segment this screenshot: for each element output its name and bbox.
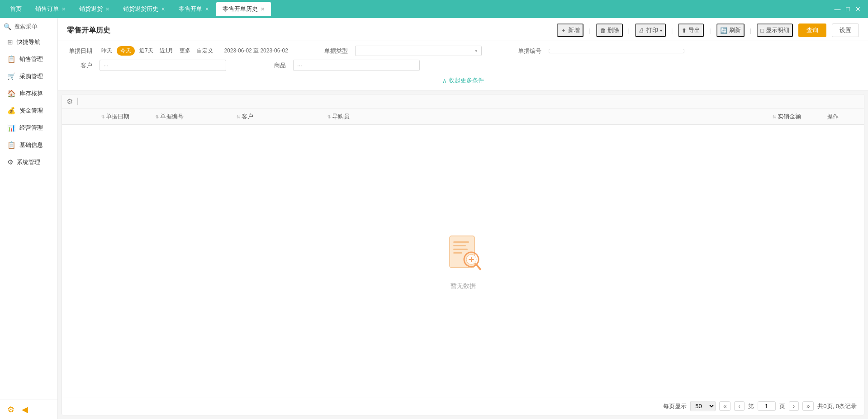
finance-icon: 💰: [7, 107, 16, 115]
first-page-btn[interactable]: «: [719, 401, 730, 411]
svg-rect-3: [453, 249, 468, 250]
purchase-mgmt-icon: 🛒: [7, 72, 16, 80]
refresh-label: 刷新: [729, 26, 741, 34]
sidebar-item-quick-nav[interactable]: ⊞ 快捷导航: [0, 33, 57, 51]
display-detail-button[interactable]: □ 显示明细: [757, 24, 793, 37]
tab-sales-return[interactable]: 销货退货 ✕: [73, 2, 116, 16]
sidebar-search-label: 搜索采单: [14, 23, 38, 31]
filter-row-1: 单据日期 昨天 今天 近7天 近1月 更多 自定义 2023-06-02 至 2…: [67, 46, 859, 56]
empty-state: 暂无数据: [62, 125, 864, 397]
date-opt-today[interactable]: 今天: [117, 46, 135, 56]
tab-retail-history[interactable]: 零售开单历史 ✕: [216, 2, 271, 16]
refresh-button[interactable]: 🔄 刷新: [716, 24, 745, 37]
empty-illustration: [441, 231, 486, 277]
date-options: 昨天 今天 近7天 近1月 更多 自定义: [100, 46, 215, 56]
prev-page-btn[interactable]: ‹: [734, 401, 744, 411]
filter-row-2: 客户 ··· 商品 ···: [67, 60, 859, 71]
th-spacer: [379, 109, 770, 124]
sidebar: 🔍 搜索采单 ⊞ 快捷导航 📋 销售管理 🛒 采购管理 🏠 库存核算 💰 资金管…: [0, 18, 58, 419]
th-action: 操作: [824, 109, 860, 124]
search-icon: 🔍: [4, 23, 11, 30]
sidebar-item-purchase-mgmt[interactable]: 🛒 采购管理: [0, 68, 57, 85]
query-button[interactable]: 查询: [798, 24, 826, 37]
svg-rect-4: [453, 252, 462, 254]
filter-area: 单据日期 昨天 今天 近7天 近1月 更多 自定义 2023-06-02 至 2…: [58, 41, 868, 90]
top-nav-bar: 首页 销售订单 ✕ 销货退货 ✕ 销货退货历史 ✕ 零售开单 ✕ 零售开单历史 …: [0, 0, 868, 18]
th-date[interactable]: ⇅ 单据日期: [98, 109, 152, 124]
sales-mgmt-icon: 📋: [7, 55, 16, 63]
export-label: 导出: [688, 26, 700, 34]
toolbar-checkbox[interactable]: [77, 98, 78, 105]
tab-sales-return-close[interactable]: ✕: [105, 6, 109, 12]
divider1: |: [589, 27, 590, 34]
sidebar-search[interactable]: 🔍 搜索采单: [0, 18, 57, 33]
doctype-dropdown-icon: ▾: [475, 48, 478, 54]
print-dropdown-icon: ▾: [660, 28, 662, 33]
add-button[interactable]: ＋ 新增: [557, 24, 583, 37]
goods-placeholder: ···: [297, 62, 302, 69]
th-customer[interactable]: ⇅ 客户: [234, 109, 324, 124]
date-opt-last7[interactable]: 近7天: [138, 46, 155, 56]
date-opt-more[interactable]: 更多: [178, 46, 192, 56]
sidebar-item-inventory-label: 库存核算: [19, 89, 43, 98]
th-salesperson[interactable]: ⇅ 导购员: [324, 109, 379, 124]
tab-retail-open[interactable]: 零售开单 ✕: [172, 2, 215, 16]
docno-input[interactable]: [549, 49, 684, 53]
doctype-select[interactable]: ▾: [355, 46, 482, 56]
nav-tabs: 首页 销售订单 ✕ 销货退货 ✕ 销货退货历史 ✕ 零售开单 ✕ 零售开单历史 …: [4, 2, 835, 16]
sidebar-item-finance-label: 资金管理: [19, 107, 43, 115]
collapse-btn[interactable]: ∧ 收起更多条件: [67, 75, 859, 88]
page-size-label: 每页显示: [663, 402, 687, 410]
th-no[interactable]: ⇅ 单据编号: [152, 109, 234, 124]
sidebar-item-basic-info-label: 基础信息: [19, 141, 43, 149]
customer-placeholder: ···: [104, 62, 109, 69]
sidebar-item-inventory[interactable]: 🏠 库存核算: [0, 85, 57, 102]
export-button[interactable]: ⬆ 导出: [678, 24, 704, 37]
close-btn[interactable]: ✕: [855, 5, 861, 13]
date-opt-yesterday[interactable]: 昨天: [100, 46, 114, 56]
tab-sales-return-history-close[interactable]: ✕: [161, 6, 165, 12]
sidebar-item-quick-nav-label: 快捷导航: [17, 38, 40, 46]
sidebar-item-operations-label: 经营管理: [19, 124, 43, 132]
date-opt-last1month[interactable]: 近1月: [158, 46, 175, 56]
display-label: 显示明细: [766, 26, 789, 34]
tab-sales-order[interactable]: 销售订单 ✕: [29, 2, 72, 16]
sidebar-item-sales-mgmt[interactable]: 📋 销售管理: [0, 51, 57, 68]
print-button[interactable]: 🖨 打印 ▾: [635, 24, 666, 37]
sys-mgmt-icon: ⚙: [7, 158, 13, 166]
page-size-select[interactable]: 50 20 100: [690, 401, 716, 411]
sidebar-collapse-icon[interactable]: ◀: [22, 405, 28, 414]
divider4: |: [709, 27, 711, 34]
minimize-btn[interactable]: —: [835, 5, 841, 13]
goods-input[interactable]: ···: [293, 60, 420, 71]
setting-button[interactable]: 设置: [832, 24, 859, 37]
sidebar-item-operations[interactable]: 📊 经营管理: [0, 119, 57, 137]
tab-sales-order-close[interactable]: ✕: [62, 6, 66, 12]
svg-line-7: [476, 264, 480, 269]
tab-sales-return-history[interactable]: 销货退货历史 ✕: [117, 2, 171, 16]
sidebar-item-finance[interactable]: 💰 资金管理: [0, 102, 57, 119]
tab-retail-open-close[interactable]: ✕: [205, 6, 209, 12]
divider5: |: [750, 27, 751, 34]
th-date-sort-icon: ⇅: [101, 114, 104, 119]
customer-input[interactable]: ···: [100, 60, 226, 71]
tab-home[interactable]: 首页: [4, 2, 28, 16]
date-opt-custom[interactable]: 自定义: [195, 46, 215, 56]
sidebar-item-sys-mgmt[interactable]: ⚙ 系统管理: [0, 154, 57, 171]
tab-retail-history-label: 零售开单历史: [223, 5, 258, 13]
sidebar-item-basic-info[interactable]: 📋 基础信息: [0, 137, 57, 154]
sidebar-bottom: ⚙ ◀: [0, 400, 57, 419]
next-page-btn[interactable]: ›: [789, 401, 799, 411]
collapse-label: 收起更多条件: [449, 76, 484, 85]
maximize-btn[interactable]: □: [846, 5, 850, 13]
svg-rect-1: [453, 241, 469, 243]
tab-retail-open-label: 零售开单: [179, 5, 202, 13]
delete-button[interactable]: 🗑 删除: [596, 24, 623, 37]
tab-retail-history-close[interactable]: ✕: [261, 6, 265, 12]
refresh-icon: 🔄: [720, 27, 727, 34]
page-number-input[interactable]: [758, 401, 776, 411]
table-settings-icon[interactable]: ⚙: [66, 97, 73, 106]
th-amount[interactable]: ⇅ 实销金额: [770, 109, 824, 124]
settings-gear-icon[interactable]: ⚙: [7, 405, 14, 414]
last-page-btn[interactable]: »: [802, 401, 814, 411]
